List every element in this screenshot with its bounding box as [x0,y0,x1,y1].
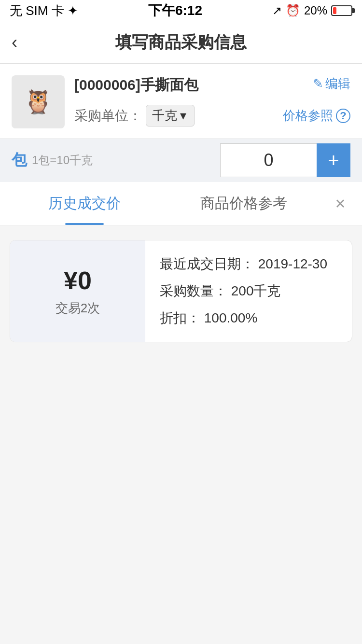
quantity-input[interactable]: 0 [220,143,317,177]
unit-label: 采购单位： [74,107,142,125]
status-left: 无 SIM 卡 ✦ [10,2,78,19]
tab-product-price-ref[interactable]: 商品价格参考 [164,182,323,225]
product-card: 🦉 [0000006]手撕面包 ✎ 编辑 采购单位： 千克 ▾ 价格参照 ? [0,64,362,139]
recent-date-label: 最近成交日期： [160,256,254,271]
status-bar: 无 SIM 卡 ✦ 下午6:12 ↗ ⏰ 20% [0,0,362,21]
quantity-plus-button[interactable]: + [317,143,350,177]
quantity-value: 200千克 [231,283,281,298]
question-icon: ? [336,109,350,123]
price-amount: ¥0 [64,266,92,295]
signal-text: 无 SIM 卡 ✦ [10,2,78,19]
dropdown-arrow-icon: ▾ [180,108,186,123]
tab-active-indicator [65,223,104,225]
status-time: 下午6:12 [148,1,202,20]
unit-select[interactable]: 千克 ▾ [146,105,195,126]
price-card-right: 最近成交日期： 2019-12-30 采购数量： 200千克 折扣： 100.0… [145,240,352,342]
alarm-icon: ⏰ [286,4,300,17]
product-info: [0000006]手撕面包 ✎ 编辑 采购单位： 千克 ▾ 价格参照 ? [74,75,350,126]
battery-icon [331,5,352,16]
battery-percent: 20% [304,4,327,17]
edit-icon: ✎ [313,76,323,91]
recent-date-value: 2019-12-30 [258,256,327,271]
recent-date-row: 最近成交日期： 2019-12-30 [160,255,337,273]
content-area: ¥0 交易2次 最近成交日期： 2019-12-30 采购数量： 200千克 折… [0,225,362,515]
back-button[interactable]: ‹ [12,32,17,53]
price-card: ¥0 交易2次 最近成交日期： 2019-12-30 采购数量： 200千克 折… [10,240,352,342]
discount-value: 100.00% [204,310,258,325]
status-right: ↗ ⏰ 20% [272,4,352,17]
quantity-label: 采购数量： [160,283,227,298]
product-thumb-icon: 🦉 [24,88,53,115]
edit-button[interactable]: ✎ 编辑 [313,75,350,92]
discount-row: 折扣： 100.00% [160,309,337,327]
price-trades: 交易2次 [56,300,100,317]
tab-close-button[interactable]: × [323,194,357,214]
product-thumbnail: 🦉 [12,75,65,128]
quantity-row: 包 1包=10千克 0 + [0,139,362,182]
page-title: 填写商品采购信息 [115,31,247,54]
purchase-quantity-row: 采购数量： 200千克 [160,282,337,300]
discount-label: 折扣： [160,310,200,325]
bag-label: 包 [12,150,27,171]
tabs-bar: 历史成交价 商品价格参考 × [0,182,362,225]
product-name: [0000006]手撕面包 [74,75,198,95]
location-icon: ↗ [272,4,282,17]
unit-conversion: 1包=10千克 [32,153,93,168]
nav-bar: ‹ 填写商品采购信息 [0,21,362,64]
quantity-controls: 0 + [220,143,350,177]
price-card-left: ¥0 交易2次 [10,240,145,342]
tab-history-price[interactable]: 历史成交价 [5,182,164,225]
price-ref-button[interactable]: 价格参照 ? [283,107,350,124]
quantity-unit-info: 包 1包=10千克 [12,150,93,171]
